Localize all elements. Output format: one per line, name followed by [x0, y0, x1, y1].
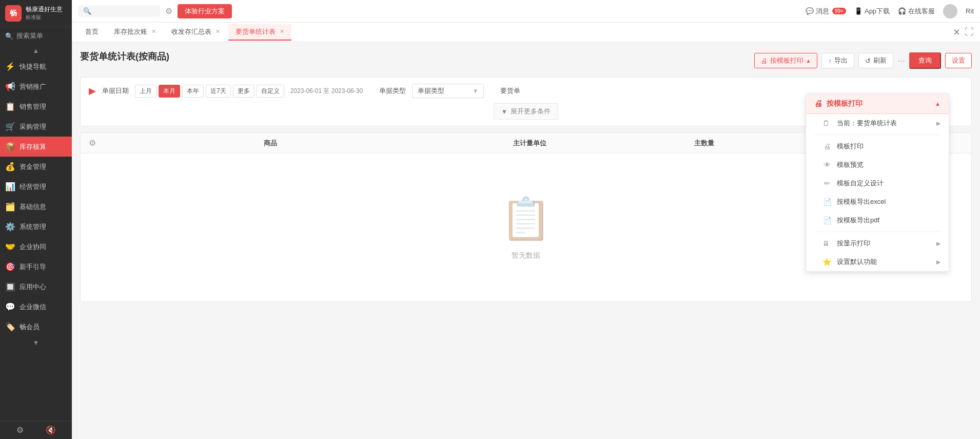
date-btn-this-year[interactable]: 本年 [182, 85, 204, 98]
tabs-actions: ✕ ⛶ [953, 27, 974, 38]
scroll-down-btn[interactable]: ▼ [0, 337, 72, 349]
operation-icon: 📊 [5, 182, 15, 192]
sidebar-label: 采购管理 [19, 122, 46, 131]
scroll-up-btn[interactable]: ▲ [0, 45, 72, 56]
sidebar-item-apps[interactable]: 🔲 应用中心 [0, 277, 72, 297]
sidebar-item-inventory[interactable]: 📦 库存核算 [0, 137, 72, 157]
close-tab-btn[interactable]: ✕ [953, 27, 961, 38]
refresh-btn[interactable]: ↺ 刷新 [858, 53, 893, 68]
dropdown-set-default[interactable]: ⭐ 设置默认功能 ▶ [806, 253, 949, 271]
sidebar-item-guide[interactable]: 🎯 新手引导 [0, 257, 72, 277]
export-btn[interactable]: ↑ 导出 [821, 53, 854, 68]
sidebar-label: 企业微信 [19, 302, 46, 312]
date-btn-this-month[interactable]: 本月 [159, 85, 180, 98]
message-btn[interactable]: 💬 消息 99+ [806, 7, 846, 16]
more-dots-btn[interactable]: ··· [897, 55, 905, 66]
export-icon: ↑ [828, 57, 832, 65]
search-label: 搜索菜单 [16, 31, 43, 41]
date-btn-last-month[interactable]: 上月 [135, 85, 156, 98]
dropdown-item-label: 按模板导出excel [837, 197, 886, 206]
sidebar-item-quick-nav[interactable]: ⚡ 快捷导航 [0, 56, 72, 77]
expand-icon[interactable]: ▶ [89, 85, 96, 97]
date-btn-last-7[interactable]: 近7天 [206, 85, 231, 98]
topbar-search-input[interactable] [94, 7, 146, 15]
dropdown-template-print[interactable]: 🖨 模板打印 [806, 137, 949, 156]
dropdown-display-print[interactable]: 🖥 按显示打印 ▶ [806, 234, 949, 253]
maximize-tab-btn[interactable]: ⛶ [965, 27, 974, 37]
col-product: 商品 [102, 139, 439, 148]
avatar[interactable] [943, 4, 957, 18]
tab-close-icon[interactable]: ✕ [280, 28, 284, 35]
sidebar-item-enterprise[interactable]: 🤝 企业协同 [0, 237, 72, 257]
tab-close-icon[interactable]: ✕ [215, 28, 220, 35]
app-download-btn[interactable]: 📱 App下载 [854, 7, 890, 16]
dropdown-template-excel[interactable]: 📄 按模板导出excel [806, 193, 949, 211]
export-btn-label: 导出 [834, 56, 848, 65]
sales-icon: 📋 [5, 102, 15, 111]
dropdown-template-design[interactable]: ✏ 模板自定义设计 [806, 174, 949, 193]
topbar-gear-icon[interactable]: ⚙ [165, 6, 172, 16]
sidebar-item-sales[interactable]: 📋 销售管理 [0, 97, 72, 117]
topbar-search-icon: 🔍 [83, 7, 91, 15]
sidebar-item-marketing[interactable]: 📢 营销推广 [0, 77, 72, 97]
settings-bottom-icon[interactable]: ⚙ [16, 425, 24, 435]
sidebar-item-basic[interactable]: 🗂️ 基础信息 [0, 197, 72, 217]
speaker-icon[interactable]: 🔇 [46, 425, 56, 435]
tab-order-stats[interactable]: 要货单统计表 ✕ [228, 24, 291, 41]
sidebar-item-system[interactable]: ⚙️ 系统管理 [0, 217, 72, 237]
date-label: 单据日期 [102, 86, 129, 96]
sidebar-item-wechat[interactable]: 💬 企业微信 [0, 297, 72, 317]
tabs-bar: 首页 库存批次账 ✕ 收发存汇总表 ✕ 要货单统计表 ✕ ✕ ⛶ [72, 23, 980, 42]
query-btn[interactable]: 查询 [909, 52, 941, 69]
sidebar-label: 快捷导航 [19, 62, 46, 71]
wechat-icon: 💬 [5, 302, 15, 312]
expand-arrow[interactable]: ▶ [89, 85, 96, 97]
dropdown-print-icon: 🖨 [814, 99, 822, 108]
sidebar-item-operation[interactable]: 📊 经营管理 [0, 177, 72, 197]
experience-btn[interactable]: 体验行业方案 [178, 4, 232, 18]
settings-btn[interactable]: 设置 [945, 53, 972, 68]
topbar-search-box[interactable]: 🔍 [78, 5, 160, 17]
print-dropdown-menu: 🖨 按模板打印 ▲ 🗒 当前：要货单统计表 ▶ 🖨 模板打印 👁 模板预览 [806, 93, 949, 272]
expand-more-btn[interactable]: ▼ 展开更多条件 [494, 103, 559, 120]
order-req-label: 要货单 [500, 86, 520, 96]
date-btn-custom[interactable]: 自定义 [257, 85, 284, 98]
template-pdf-icon: 📄 [822, 216, 832, 224]
apps-icon: 🔲 [5, 282, 15, 292]
expand-more-icon: ▼ [501, 108, 508, 116]
dropdown-template-pdf[interactable]: 📄 按模板导出pdf [806, 211, 949, 230]
guide-icon: 🎯 [5, 262, 15, 272]
sidebar-logo: 畅 畅康通好生意 标准版 [0, 0, 72, 27]
dropdown-header[interactable]: 🖨 按模板打印 ▲ [806, 94, 949, 114]
topbar: 🔍 ⚙ 体验行业方案 💬 消息 99+ 📱 App下载 🎧 在线客服 Rit [72, 0, 980, 23]
message-icon: 💬 [806, 7, 814, 15]
tab-close-icon[interactable]: ✕ [151, 28, 156, 35]
display-print-chevron: ▶ [936, 240, 940, 247]
date-btn-more[interactable]: 更多 [233, 85, 254, 98]
dropdown-chevron-up-icon: ▲ [935, 101, 940, 107]
search-icon: 🔍 [5, 32, 13, 40]
type-select[interactable]: 单据类型 ▼ [412, 84, 484, 98]
template-print-icon: 🖨 [822, 142, 832, 150]
sidebar-item-purchase[interactable]: 🛒 采购管理 [0, 117, 72, 137]
tab-receipt-summary[interactable]: 收发存汇总表 ✕ [164, 24, 227, 41]
table-settings-icon[interactable]: ⚙ [89, 138, 96, 148]
sidebar-search[interactable]: 🔍 搜索菜单 [0, 27, 72, 45]
dropdown-template-preview[interactable]: 👁 模板预览 [806, 156, 949, 174]
type-placeholder: 单据类型 [418, 86, 444, 96]
sidebar: 畅 畅康通好生意 标准版 🔍 搜索菜单 ▲ ⚡ 快捷导航 📢 营销推广 📋 销售… [0, 0, 72, 439]
refresh-btn-label: 刷新 [873, 56, 887, 65]
service-icon: 🎧 [898, 7, 906, 15]
sidebar-label: 销售管理 [19, 102, 46, 111]
dropdown-current-item[interactable]: 🗒 当前：要货单统计表 ▶ [806, 114, 949, 132]
sidebar-item-member[interactable]: 🏷️ 畅会员 [0, 317, 72, 337]
sidebar-label: 畅会员 [19, 322, 40, 332]
online-service-btn[interactable]: 🎧 在线客服 [898, 7, 935, 16]
sidebar-item-finance[interactable]: 💰 资金管理 [0, 157, 72, 177]
sidebar-label: 资金管理 [19, 162, 46, 171]
dropdown-header-label: 按模板打印 [827, 99, 863, 108]
enterprise-icon: 🤝 [5, 242, 15, 252]
tab-inventory-batch[interactable]: 库存批次账 ✕ [107, 24, 163, 41]
tab-home[interactable]: 首页 [78, 24, 106, 41]
print-btn[interactable]: 🖨 按模板打印 ▲ [754, 53, 818, 68]
